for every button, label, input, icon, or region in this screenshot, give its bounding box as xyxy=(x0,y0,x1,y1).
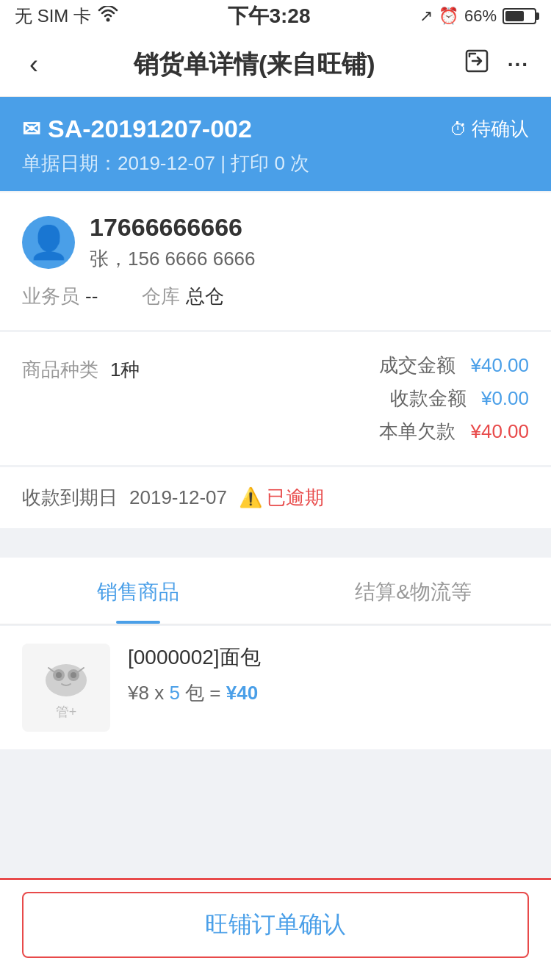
price-multiply: x xyxy=(154,682,169,704)
deal-amount-value: ¥40.00 xyxy=(470,354,529,377)
svg-point-5 xyxy=(56,672,62,678)
nav-bar: ‹ 销货单详情(来自旺铺) ··· xyxy=(0,32,551,97)
due-date-section: 收款到期日 2019-12-07 ⚠️ 已逾期 xyxy=(0,467,551,528)
warning-icon: ⚠️ xyxy=(239,486,262,509)
price-value: ¥8 xyxy=(128,682,149,704)
products-section: 管+ [0000002]面包 ¥8 x 5 包 = ¥40 xyxy=(0,626,551,749)
owed-amount-row: 本单欠款 ¥40.00 xyxy=(379,419,529,444)
received-amount-row: 收款金额 ¥0.00 xyxy=(390,386,529,411)
nav-actions: ··· xyxy=(464,48,529,81)
bottom-bar: 旺铺订单确认 xyxy=(0,878,551,980)
tabs-section: 销售商品 结算&物流等 xyxy=(0,558,551,624)
product-qty: 5 xyxy=(169,682,179,704)
status-left: 无 SIM 卡 xyxy=(15,4,119,28)
location-icon: ↗ xyxy=(419,7,433,26)
warehouse-meta: 仓库 总仓 xyxy=(142,284,224,309)
wifi-icon xyxy=(97,6,119,26)
deal-amount-label: 成交金额 xyxy=(379,353,455,378)
tab-settlement[interactable]: 结算&物流等 xyxy=(276,558,551,624)
product-info: [0000002]面包 ¥8 x 5 包 = ¥40 xyxy=(128,644,529,706)
carrier-text: 无 SIM 卡 xyxy=(15,4,91,28)
status-time: 下午3:28 xyxy=(228,2,310,30)
product-total: ¥40 xyxy=(226,682,258,704)
owl-icon xyxy=(37,655,96,703)
product-types-value: 1种 xyxy=(110,357,140,383)
product-name: [0000002]面包 xyxy=(128,644,529,671)
amounts-section: 成交金额 ¥40.00 收款金额 ¥0.00 本单欠款 ¥40.00 xyxy=(379,353,529,444)
deal-amount-row: 成交金额 ¥40.00 xyxy=(379,353,529,378)
customer-meta: 业务员 -- 仓库 总仓 xyxy=(22,284,529,309)
order-id-text: SA-20191207-002 xyxy=(48,115,252,143)
tab-sales-products[interactable]: 销售商品 xyxy=(0,558,276,624)
overdue-badge: ⚠️ 已逾期 xyxy=(239,485,324,511)
tabs-row: 销售商品 结算&物流等 xyxy=(0,558,551,624)
brand-plus: 管+ xyxy=(56,703,77,721)
received-amount-value: ¥0.00 xyxy=(481,387,529,410)
price-equals: = xyxy=(209,682,226,704)
status-bar: 无 SIM 卡 下午3:28 ↗ ⏰ 66% xyxy=(0,0,551,32)
due-date-value: 2019-12-07 xyxy=(129,486,227,509)
clock-icon: ⏱ xyxy=(450,119,467,140)
salesperson-label: 业务员 xyxy=(22,284,79,309)
due-date-label: 收款到期日 xyxy=(22,485,118,511)
more-icon[interactable]: ··· xyxy=(508,53,529,76)
email-icon: ✉ xyxy=(22,116,40,142)
back-button[interactable]: ‹ xyxy=(22,42,46,87)
received-amount-label: 收款金额 xyxy=(390,386,467,411)
warehouse-label: 仓库 xyxy=(142,284,180,309)
confirm-order-button[interactable]: 旺铺订单确认 xyxy=(22,892,529,958)
product-price: ¥8 x 5 包 = ¥40 xyxy=(128,680,529,706)
share-icon[interactable] xyxy=(464,48,490,81)
product-thumbnail: 管+ xyxy=(22,644,110,732)
warehouse-value: 总仓 xyxy=(186,284,224,309)
order-date: 单据日期：2019-12-07 | 打印 0 次 xyxy=(22,151,529,176)
order-id-container: ✉ SA-20191207-002 xyxy=(22,115,252,143)
overdue-text: 已逾期 xyxy=(267,485,324,511)
svg-point-2 xyxy=(46,664,87,696)
status-text: 待确认 xyxy=(472,116,529,142)
order-status: ⏱ 待确认 xyxy=(450,116,529,142)
customer-name: 张，156 6666 6666 xyxy=(90,246,529,272)
customer-phone: 17666666666 xyxy=(90,213,529,242)
customer-section: 👤 17666666666 张，156 6666 6666 业务员 -- 仓库 … xyxy=(0,192,551,330)
customer-info: 17666666666 张，156 6666 6666 xyxy=(90,213,529,272)
avatar: 👤 xyxy=(22,216,75,269)
user-icon: 👤 xyxy=(29,223,69,262)
svg-point-0 xyxy=(107,18,110,22)
price-unit: 包 xyxy=(185,682,204,704)
owed-amount-value: ¥40.00 xyxy=(470,420,529,443)
alarm-icon: ⏰ xyxy=(439,7,458,26)
product-item: 管+ [0000002]面包 ¥8 x 5 包 = ¥40 xyxy=(22,644,529,732)
owed-amount-label: 本单欠款 xyxy=(379,419,455,444)
battery-icon xyxy=(503,8,536,24)
salesperson-value: -- xyxy=(85,285,98,308)
salesperson-meta: 业务员 -- xyxy=(22,284,98,309)
status-right: ↗ ⏰ 66% xyxy=(419,7,536,26)
order-header: ✉ SA-20191207-002 ⏱ 待确认 单据日期：2019-12-07 … xyxy=(0,97,551,191)
svg-point-6 xyxy=(71,672,76,678)
summary-section: 商品种类 1种 成交金额 ¥40.00 收款金额 ¥0.00 本单欠款 ¥40.… xyxy=(0,332,551,465)
product-types-label: 商品种类 xyxy=(22,357,98,383)
page-title: 销货单详情(来自旺铺) xyxy=(134,48,375,82)
battery-percent: 66% xyxy=(464,7,497,26)
product-types: 商品种类 1种 xyxy=(22,353,140,383)
